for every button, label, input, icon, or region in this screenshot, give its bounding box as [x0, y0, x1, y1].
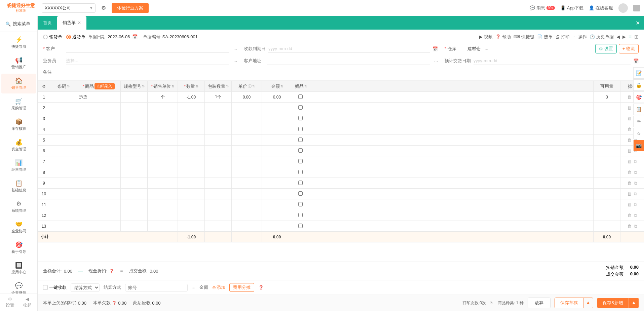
cell-barcode[interactable]: [50, 92, 77, 103]
delete-icon[interactable]: 🗑: [627, 116, 632, 121]
video-btn[interactable]: ▶ 视频: [479, 34, 493, 40]
cell-spec[interactable]: [121, 199, 148, 210]
payment-due-input[interactable]: [268, 45, 430, 53]
calendar-icon[interactable]: 📅: [132, 34, 138, 39]
cell-pkg[interactable]: [205, 167, 232, 178]
th-product[interactable]: * 商品 扫码录入: [77, 81, 121, 92]
cell-action[interactable]: 🗑 ⧉: [620, 167, 644, 178]
cell-product[interactable]: [77, 221, 121, 232]
customer-addr-input[interactable]: [267, 57, 430, 65]
copy-icon[interactable]: ⧉: [634, 191, 637, 196]
gift-checkbox[interactable]: [298, 148, 303, 153]
cell-spec[interactable]: [121, 221, 148, 232]
cell-product[interactable]: [77, 178, 121, 189]
expected-cal-icon[interactable]: 📅: [633, 59, 639, 64]
warehouse-more-icon[interactable]: ···: [485, 46, 488, 51]
cell-unit[interactable]: [148, 221, 178, 232]
cell-barcode[interactable]: [50, 113, 77, 124]
float-btn-1[interactable]: 📝: [633, 67, 644, 79]
cell-unit[interactable]: [148, 178, 178, 189]
gift-checkbox[interactable]: [298, 127, 303, 131]
cell-unit[interactable]: [148, 199, 178, 210]
add-button[interactable]: ⊕ 添加: [212, 284, 225, 290]
radio-return-order[interactable]: 退货单: [66, 34, 85, 40]
cell-memo[interactable]: [309, 178, 594, 189]
delete-icon[interactable]: 🗑: [627, 94, 632, 100]
th-gear[interactable]: ⚙: [38, 81, 50, 92]
flow-button[interactable]: + 物流: [619, 44, 639, 53]
cell-price[interactable]: [232, 189, 262, 199]
cell-gift[interactable]: [292, 124, 309, 135]
float-btn-3[interactable]: 🎯: [633, 91, 644, 103]
cell-amount[interactable]: [262, 167, 292, 178]
cell-pkg[interactable]: [205, 156, 232, 167]
avatar-detail[interactable]: [633, 5, 640, 11]
cell-memo[interactable]: [309, 167, 594, 178]
float-btn-orange[interactable]: 📷: [633, 140, 644, 151]
cell-price[interactable]: [232, 167, 262, 178]
cell-barcode[interactable]: [50, 167, 77, 178]
cell-qty[interactable]: [178, 146, 205, 156]
cell-price[interactable]: [232, 199, 262, 210]
sidebar-item-wechat[interactable]: 💬 企业微信: [1, 279, 36, 294]
cell-spec[interactable]: [121, 167, 148, 178]
cell-pkg[interactable]: 1个: [205, 92, 232, 103]
gift-checkbox[interactable]: [298, 181, 303, 185]
cell-amount[interactable]: [262, 178, 292, 189]
cell-barcode[interactable]: [50, 146, 77, 156]
cell-barcode[interactable]: [50, 156, 77, 167]
save-new-button[interactable]: 保存&新增: [597, 298, 629, 308]
account-dots-icon[interactable]: ···: [192, 285, 195, 290]
one-key-payment-checkbox[interactable]: 一键收款: [43, 284, 67, 290]
scan-button[interactable]: 扫码录入: [94, 83, 115, 89]
sidebar-item-apps[interactable]: 🔲 应用中心: [1, 258, 36, 278]
gift-checkbox[interactable]: [298, 224, 303, 228]
nav-prev-icon[interactable]: ◀: [616, 34, 620, 39]
cell-barcode[interactable]: [50, 103, 77, 113]
history-btn[interactable]: 🕐 历史单据: [590, 34, 614, 40]
cell-spec[interactable]: [121, 113, 148, 124]
cell-pkg[interactable]: [205, 135, 232, 146]
message-button[interactable]: 💬 消息 99+: [530, 5, 555, 11]
gift-checkbox[interactable]: [298, 116, 303, 120]
cell-product[interactable]: 拆货: [77, 92, 121, 103]
copy-icon[interactable]: ⧉: [634, 170, 637, 175]
cell-product[interactable]: [77, 146, 121, 156]
remark-input[interactable]: [66, 68, 639, 76]
gift-checkbox[interactable]: [298, 105, 303, 110]
cell-memo[interactable]: [309, 92, 594, 103]
cell-price[interactable]: 0.00: [232, 92, 262, 103]
delete-icon[interactable]: 🗑: [627, 148, 632, 153]
cell-gift[interactable]: [292, 156, 309, 167]
cell-product[interactable]: [77, 124, 121, 135]
cell-qty[interactable]: [178, 124, 205, 135]
view-list-icon[interactable]: ≡: [629, 34, 632, 40]
calendar-due-icon[interactable]: 📅: [432, 46, 438, 51]
cell-spec[interactable]: [121, 189, 148, 199]
online-service-button[interactable]: 👤 在线客服: [589, 5, 613, 11]
company-selector[interactable]: XXXXXX公司 ▾: [42, 3, 96, 13]
cell-spec[interactable]: [121, 156, 148, 167]
float-btn-5[interactable]: ✏: [633, 116, 644, 127]
cell-gift[interactable]: [292, 178, 309, 189]
cell-price[interactable]: [232, 156, 262, 167]
cell-qty[interactable]: [178, 199, 205, 210]
nav-next-icon[interactable]: ▶: [622, 34, 626, 39]
sidebar-item-marketing[interactable]: 📢 营销推广: [1, 53, 36, 73]
cell-qty[interactable]: [178, 156, 205, 167]
gift-checkbox[interactable]: [298, 159, 303, 163]
cell-spec[interactable]: [121, 92, 148, 103]
cell-product[interactable]: [77, 156, 121, 167]
tab-close-icon[interactable]: ✕: [78, 21, 81, 25]
cell-memo[interactable]: [309, 146, 594, 156]
delete-icon[interactable]: 🗑: [627, 170, 632, 175]
sidebar-item-quick-nav[interactable]: ⚡ 快捷导航: [1, 33, 36, 52]
cell-memo[interactable]: [309, 156, 594, 167]
radio-sale-order[interactable]: 销货单: [43, 34, 62, 40]
cell-memo[interactable]: [309, 135, 594, 146]
cell-memo[interactable]: [309, 221, 594, 232]
cell-barcode[interactable]: [50, 178, 77, 189]
cell-unit[interactable]: [148, 189, 178, 199]
gift-checkbox[interactable]: [298, 170, 303, 174]
cell-unit[interactable]: [148, 135, 178, 146]
